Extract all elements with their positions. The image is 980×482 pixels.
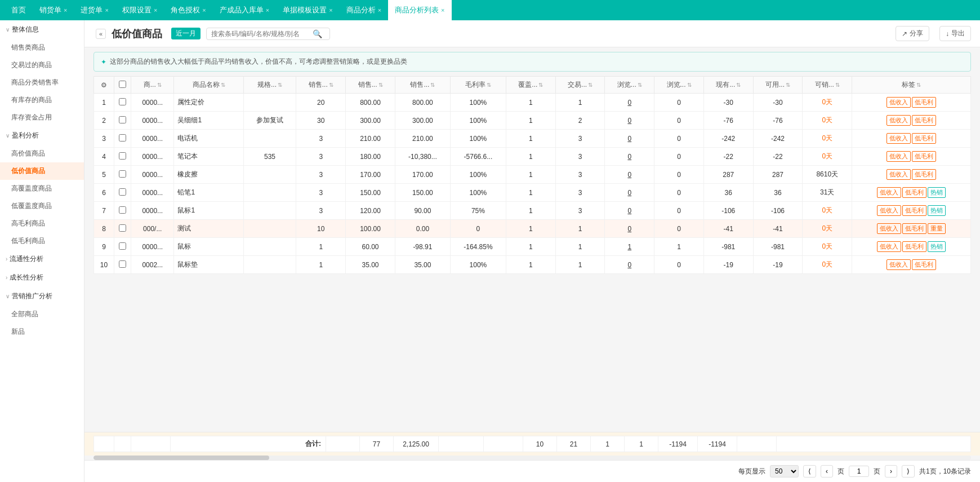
cell-view1[interactable]: 0 — [605, 94, 654, 112]
sidebar-item-high-value[interactable]: 高价值商品 — [0, 145, 84, 162]
view1-link[interactable]: 0 — [627, 225, 631, 233]
cell-checkbox[interactable] — [114, 112, 131, 130]
row-checkbox[interactable] — [119, 116, 126, 123]
cell-checkbox[interactable] — [114, 130, 131, 148]
sidebar-item-category-sales[interactable]: 商品分类销售率 — [0, 74, 84, 91]
cell-view1[interactable]: 0 — [605, 166, 654, 184]
nav-finished-goods[interactable]: 产成品入库单 × — [213, 0, 276, 20]
view1-link[interactable]: 0 — [627, 261, 631, 269]
nav-home[interactable]: 首页 — [5, 0, 33, 20]
sidebar-collapse-button[interactable]: « — [96, 29, 106, 39]
col-available[interactable]: 可用... ⇅ — [753, 77, 803, 94]
horizontal-scrollbar[interactable] — [93, 456, 971, 460]
close-icon[interactable]: × — [64, 7, 67, 14]
close-icon[interactable]: × — [378, 7, 381, 14]
view1-link[interactable]: 1 — [627, 243, 631, 251]
cell-checkbox[interactable] — [114, 202, 131, 220]
page-number-input[interactable] — [849, 466, 869, 477]
row-checkbox[interactable] — [119, 206, 126, 214]
row-checkbox[interactable] — [119, 98, 126, 105]
sidebar-item-all-products[interactable]: 全部商品 — [0, 306, 84, 323]
nav-permissions[interactable]: 权限设置 × — [115, 0, 164, 20]
cell-checkbox[interactable] — [114, 238, 131, 256]
share-button[interactable]: ↗ 分享 — [896, 26, 929, 41]
sidebar-section-profit[interactable]: ∨ 盈利分析 — [0, 126, 84, 145]
export-button[interactable]: ↓ 导出 — [939, 26, 971, 41]
view1-link[interactable]: 0 — [627, 153, 631, 161]
cell-checkbox[interactable] — [114, 220, 131, 238]
view1-link[interactable]: 0 — [627, 117, 631, 125]
col-view1[interactable]: 浏览... ⇅ — [605, 77, 654, 94]
row-checkbox[interactable] — [119, 188, 126, 196]
cell-view1[interactable]: 0 — [605, 112, 654, 130]
view1-link[interactable]: 0 — [627, 135, 631, 143]
close-icon[interactable]: × — [266, 7, 269, 14]
sidebar-item-traded-products[interactable]: 交易过的商品 — [0, 56, 84, 74]
col-sales-qty[interactable]: 销售... ⇅ — [296, 77, 346, 94]
sidebar-item-sales-products[interactable]: 销售类商品 — [0, 39, 84, 56]
row-checkbox[interactable] — [119, 242, 126, 250]
nav-sales-order[interactable]: 销货单 × — [33, 0, 74, 20]
cell-view1[interactable]: 0 — [605, 148, 654, 166]
next-page-button[interactable]: › — [885, 465, 897, 477]
sidebar-item-low-margin[interactable]: 低毛利商品 — [0, 232, 84, 250]
sidebar-section-liquidity[interactable]: › 流通性分析 — [0, 250, 84, 268]
view1-link[interactable]: 0 — [627, 171, 631, 179]
view1-link[interactable]: 0 — [627, 207, 631, 215]
col-margin[interactable]: 毛利率 ⇅ — [450, 77, 506, 94]
sidebar-item-high-margin[interactable]: 高毛利商品 — [0, 215, 84, 232]
row-checkbox[interactable] — [119, 224, 126, 232]
cell-view1[interactable]: 1 — [605, 238, 654, 256]
nav-roles[interactable]: 角色授权 × — [164, 0, 212, 20]
cell-checkbox[interactable] — [114, 94, 131, 112]
period-tag[interactable]: 近一月 — [171, 28, 201, 39]
close-icon[interactable]: × — [202, 7, 206, 14]
sidebar-section-growth[interactable]: › 成长性分析 — [0, 268, 84, 287]
select-all-checkbox[interactable] — [119, 81, 126, 88]
cell-checkbox[interactable] — [114, 184, 131, 202]
sidebar-item-high-coverage[interactable]: 高覆盖度商品 — [0, 180, 84, 197]
cell-view1[interactable]: 0 — [605, 130, 654, 148]
col-sales-amt[interactable]: 销售... ⇅ — [346, 77, 395, 94]
page-size-select[interactable]: 50 100 200 — [770, 465, 799, 477]
col-spec[interactable]: 规格... ⇅ — [243, 77, 296, 94]
close-icon[interactable]: × — [441, 7, 444, 14]
cell-view1[interactable]: 0 — [605, 256, 654, 274]
col-name[interactable]: 商品名称 ⇅ — [174, 77, 243, 94]
nav-product-analysis[interactable]: 商品分析 × — [340, 0, 388, 20]
close-icon[interactable]: × — [105, 7, 108, 14]
row-checkbox[interactable] — [119, 260, 126, 268]
cell-checkbox[interactable] — [114, 166, 131, 184]
nav-product-analysis-list[interactable]: 商品分析列表 × — [388, 0, 451, 20]
sidebar-item-low-coverage[interactable]: 低覆盖度商品 — [0, 197, 84, 215]
sidebar-section-marketing[interactable]: ∨ 营销推广分析 — [0, 287, 84, 306]
sidebar-item-low-value[interactable]: 低价值商品 — [0, 162, 84, 180]
col-tags[interactable]: 标签 ⇅ — [852, 77, 971, 94]
cell-view1[interactable]: 0 — [605, 202, 654, 220]
sidebar-item-stock-capital[interactable]: 库存资金占用 — [0, 109, 84, 126]
row-checkbox[interactable] — [119, 170, 126, 178]
col-code[interactable]: 商... ⇅ — [131, 77, 174, 94]
search-input[interactable] — [211, 30, 313, 38]
sidebar-item-new-products[interactable]: 新品 — [0, 323, 84, 341]
prev-page-button[interactable]: ‹ — [821, 465, 833, 477]
col-view2[interactable]: 浏览... ⇅ — [654, 77, 704, 94]
cell-checkbox[interactable] — [114, 256, 131, 274]
col-settings[interactable]: ⚙ — [94, 77, 114, 94]
first-page-button[interactable]: ⟨ — [803, 465, 816, 477]
table-container[interactable]: ⚙ 商... ⇅ 商品名称 ⇅ 规格... ⇅ 销售... ⇅ 销售... ⇅ … — [84, 76, 980, 432]
col-checkbox[interactable] — [114, 77, 131, 94]
cell-view1[interactable]: 0 — [605, 220, 654, 238]
view1-link[interactable]: 0 — [627, 189, 631, 197]
row-checkbox[interactable] — [119, 152, 126, 160]
col-sellable[interactable]: 可销... ⇅ — [803, 77, 852, 94]
col-trade[interactable]: 交易... ⇅ — [555, 77, 605, 94]
view1-link[interactable]: 0 — [627, 99, 631, 107]
last-page-button[interactable]: ⟩ — [902, 465, 915, 477]
close-icon[interactable]: × — [329, 7, 332, 14]
search-icon[interactable]: 🔍 — [313, 29, 322, 38]
sidebar-section-overall[interactable]: ∨ 整体信息 — [0, 20, 84, 39]
cell-checkbox[interactable] — [114, 148, 131, 166]
sidebar-item-stock-products[interactable]: 有库存的商品 — [0, 91, 84, 109]
scrollbar-thumb[interactable] — [93, 456, 269, 460]
